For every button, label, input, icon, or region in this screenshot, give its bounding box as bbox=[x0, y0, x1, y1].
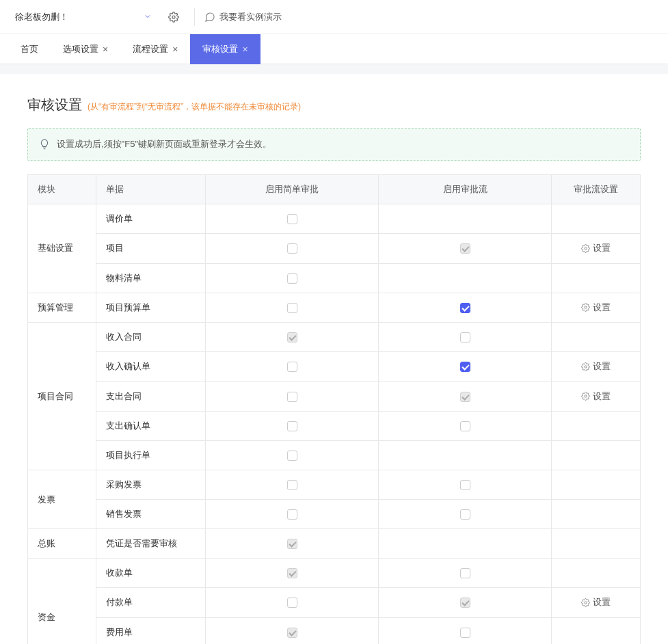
page-title-row: 审核设置 (从“有审流程”到“无审流程”，该单据不能存在未审核的记录) bbox=[27, 96, 641, 114]
bill-cell: 收入合同 bbox=[96, 323, 206, 352]
flow-approval-cell bbox=[379, 204, 552, 234]
checkbox[interactable] bbox=[287, 303, 297, 313]
flow-settings-cell: 设置 bbox=[552, 234, 641, 264]
bill-cell: 收款单 bbox=[96, 559, 206, 588]
checkbox[interactable] bbox=[460, 568, 470, 578]
close-icon[interactable]: × bbox=[242, 44, 248, 55]
svg-point-3 bbox=[585, 365, 587, 367]
checkbox[interactable] bbox=[287, 243, 297, 254]
checkbox[interactable] bbox=[287, 451, 297, 461]
flow-settings-cell: 设置 bbox=[552, 352, 641, 382]
th-settings: 审批流设置 bbox=[552, 175, 641, 204]
close-icon[interactable]: × bbox=[172, 44, 178, 55]
svg-point-4 bbox=[585, 395, 587, 397]
flow-approval-cell bbox=[379, 441, 552, 470]
table-row: 付款单设置 bbox=[28, 588, 641, 618]
table-row: 销售发票 bbox=[28, 500, 641, 529]
simple-approval-cell bbox=[206, 293, 379, 323]
tab-0[interactable]: 首页 bbox=[8, 34, 51, 64]
checkbox[interactable] bbox=[287, 628, 297, 638]
checkbox[interactable] bbox=[287, 421, 297, 431]
top-bar: 徐老板勿删！ 我要看实例演示 bbox=[0, 0, 668, 34]
flow-approval-cell bbox=[379, 529, 552, 559]
checkbox[interactable] bbox=[460, 332, 470, 343]
tab-1[interactable]: 选项设置× bbox=[51, 34, 120, 64]
flow-settings-cell: 设置 bbox=[552, 293, 641, 323]
module-cell: 预算管理 bbox=[28, 293, 96, 323]
simple-approval-cell bbox=[206, 500, 379, 529]
bill-cell: 调价单 bbox=[96, 204, 206, 234]
gear-icon bbox=[581, 244, 590, 253]
flow-settings-cell bbox=[552, 323, 641, 352]
checkbox[interactable] bbox=[460, 480, 470, 490]
flow-approval-cell bbox=[379, 617, 552, 644]
checkbox[interactable] bbox=[460, 362, 470, 372]
tab-label: 流程设置 bbox=[133, 43, 168, 55]
flow-approval-cell bbox=[379, 500, 552, 529]
flow-settings-cell bbox=[552, 204, 641, 234]
table-row: 物料清单 bbox=[28, 263, 641, 293]
checkbox[interactable] bbox=[460, 598, 470, 608]
flow-settings-link[interactable]: 设置 bbox=[581, 390, 611, 403]
checkbox[interactable] bbox=[460, 509, 470, 520]
flow-approval-cell bbox=[379, 559, 552, 588]
flow-approval-cell bbox=[379, 263, 552, 293]
tab-2[interactable]: 流程设置× bbox=[120, 34, 190, 64]
checkbox[interactable] bbox=[460, 303, 470, 313]
flow-approval-cell bbox=[379, 352, 552, 382]
checkbox[interactable] bbox=[287, 392, 297, 402]
checkbox[interactable] bbox=[287, 214, 297, 224]
flow-approval-cell bbox=[379, 588, 552, 618]
close-icon[interactable]: × bbox=[103, 44, 108, 55]
flow-settings-link[interactable]: 设置 bbox=[581, 301, 611, 314]
flow-settings-link[interactable]: 设置 bbox=[581, 242, 611, 254]
tab-label: 审核设置 bbox=[202, 43, 238, 55]
checkbox[interactable] bbox=[460, 421, 470, 431]
simple-approval-cell bbox=[206, 470, 379, 500]
flow-settings-cell: 设置 bbox=[552, 588, 641, 618]
table-row: 支出合同设置 bbox=[28, 381, 641, 412]
module-cell: 总账 bbox=[28, 529, 96, 559]
settings-link-label: 设置 bbox=[593, 596, 611, 608]
flow-approval-cell bbox=[379, 381, 552, 412]
demo-link-label: 我要看实例演示 bbox=[219, 11, 282, 23]
chevron-down-icon bbox=[144, 12, 152, 23]
checkbox[interactable] bbox=[287, 598, 297, 608]
settings-link-label: 设置 bbox=[593, 360, 611, 373]
table-row: 项目执行单 bbox=[28, 441, 641, 470]
page-subtitle: (从“有审流程”到“无审流程”，该单据不能存在未审核的记录) bbox=[88, 101, 301, 113]
flow-settings-link[interactable]: 设置 bbox=[581, 596, 611, 608]
bill-cell: 物料清单 bbox=[96, 263, 206, 293]
simple-approval-cell bbox=[206, 381, 379, 412]
settings-link-label: 设置 bbox=[593, 301, 611, 314]
simple-approval-cell bbox=[206, 617, 379, 644]
tabs-bar: 首页选项设置×流程设置×审核设置× bbox=[0, 34, 668, 64]
simple-approval-cell bbox=[206, 412, 379, 441]
th-simple: 启用简单审批 bbox=[206, 175, 379, 204]
checkbox[interactable] bbox=[287, 332, 297, 343]
th-bill: 单据 bbox=[96, 175, 206, 204]
checkbox[interactable] bbox=[287, 480, 297, 490]
checkbox[interactable] bbox=[287, 362, 297, 372]
checkbox[interactable] bbox=[287, 539, 297, 549]
flow-settings-link[interactable]: 设置 bbox=[581, 360, 611, 373]
th-flow: 启用审批流 bbox=[379, 175, 552, 204]
bill-cell: 凭证是否需要审核 bbox=[96, 529, 206, 559]
checkbox[interactable] bbox=[460, 392, 470, 402]
demo-link[interactable]: 我要看实例演示 bbox=[204, 11, 282, 23]
simple-approval-cell bbox=[206, 204, 379, 234]
checkbox[interactable] bbox=[460, 628, 470, 638]
org-dropdown[interactable]: 徐老板勿删！ bbox=[8, 6, 159, 28]
table-row: 基础设置调价单 bbox=[28, 204, 641, 234]
simple-approval-cell bbox=[206, 352, 379, 382]
checkbox[interactable] bbox=[287, 273, 297, 284]
table-row: 收入确认单设置 bbox=[28, 352, 641, 382]
table-row: 费用单 bbox=[28, 617, 641, 644]
checkbox[interactable] bbox=[287, 509, 297, 520]
checkbox[interactable] bbox=[460, 243, 470, 254]
module-cell: 基础设置 bbox=[28, 204, 96, 293]
settings-gear-button[interactable] bbox=[163, 6, 185, 28]
tab-3[interactable]: 审核设置× bbox=[190, 34, 260, 64]
bill-cell: 项目执行单 bbox=[96, 441, 206, 470]
checkbox[interactable] bbox=[287, 568, 297, 578]
